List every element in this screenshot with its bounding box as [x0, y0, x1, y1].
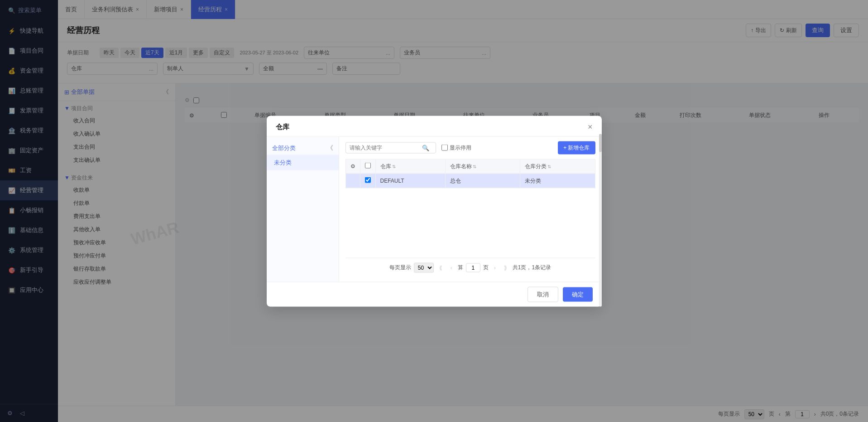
search-icon[interactable]: 🔍 — [422, 144, 429, 151]
all-category-label: 全部分类 — [272, 144, 296, 152]
category-item-uncategorized[interactable]: 未分类 — [267, 155, 339, 170]
modal-header: 仓库 × — [267, 116, 602, 136]
pagination-prev[interactable]: ‹ — [448, 263, 455, 272]
modal-category-sidebar: 全部分类 《 未分类 — [267, 136, 339, 281]
pagination-first[interactable]: ⟪ — [436, 263, 445, 272]
col-wh-name: 仓库名称⇅ — [446, 159, 520, 174]
wh-category-cell: 未分类 — [520, 174, 595, 188]
wh-check-cell — [360, 174, 375, 188]
warehouse-search-box: 🔍 — [345, 142, 436, 153]
col-wh-category: 仓库分类⇅ — [520, 159, 595, 174]
category-label: 未分类 — [274, 159, 292, 165]
modal-page-label: 页 — [483, 264, 489, 272]
modal-content-area: 🔍 显示停用 + 新增仓库 ⚙ — [339, 136, 602, 281]
wh-settings-cell — [345, 174, 360, 188]
add-warehouse-button[interactable]: + 新增仓库 — [558, 141, 595, 154]
modal-total-label: 共1页，1条记录 — [513, 264, 551, 272]
warehouse-search-input[interactable] — [350, 145, 422, 151]
confirm-button[interactable]: 确定 — [563, 287, 593, 301]
modal-title: 仓库 — [276, 122, 289, 131]
pagination-next[interactable]: › — [491, 263, 499, 272]
warehouse-modal: 仓库 × 全部分类 《 未分类 🔍 — [267, 116, 602, 306]
sidebar-collapse-btn[interactable]: 《 — [327, 144, 333, 152]
modal-pagination: 每页显示 50 ⟪ ‹ 算 页 › ⟫ 共1页，1条记录 — [345, 257, 595, 277]
col-settings-icon: ⚙ — [345, 159, 360, 174]
show-disabled-label[interactable]: 显示停用 — [441, 144, 471, 151]
modal-close-button[interactable]: × — [588, 122, 593, 131]
modal-sidebar-header: 全部分类 《 — [267, 141, 339, 155]
modal-toolbar: 🔍 显示停用 + 新增仓库 — [345, 141, 595, 154]
select-all-wh[interactable] — [365, 163, 371, 169]
modal-body: 全部分类 《 未分类 🔍 — [267, 136, 602, 281]
col-check — [360, 159, 375, 174]
wh-code-cell: DEFAULT — [375, 174, 446, 188]
show-disabled-text: 显示停用 — [450, 144, 471, 151]
modal-per-page-select[interactable]: 50 — [414, 262, 434, 272]
modal-per-page-label: 每页显示 — [389, 264, 411, 272]
show-disabled-checkbox[interactable] — [441, 145, 448, 151]
pagination-page-word: 算 — [458, 264, 463, 272]
modal-page-input[interactable] — [466, 263, 480, 272]
col-wh-code: 仓库⇅ — [375, 159, 446, 174]
wh-name-cell: 总仓 — [446, 174, 520, 188]
cancel-button[interactable]: 取消 — [528, 286, 558, 302]
wh-checkbox[interactable] — [365, 177, 371, 183]
modal-table-wrapper: ⚙ 仓库⇅ 仓库名称⇅ 仓库分类⇅ — [345, 159, 595, 257]
warehouse-table: ⚙ 仓库⇅ 仓库名称⇅ 仓库分类⇅ — [345, 159, 595, 188]
warehouse-row[interactable]: DEFAULT 总仓 未分类 — [345, 174, 595, 188]
modal-footer: 取消 确定 — [267, 281, 602, 306]
pagination-last[interactable]: ⟫ — [501, 263, 510, 272]
